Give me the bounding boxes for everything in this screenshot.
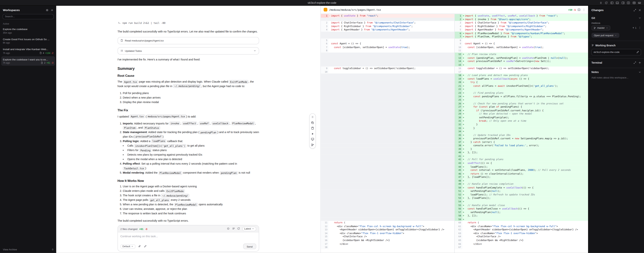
line-number: 35	[454, 133, 462, 137]
pause-icon[interactable]	[599, 1, 602, 4]
changes-list-icon[interactable]	[232, 227, 235, 230]
notes-placeholder[interactable]: Add notes about this workspace...	[592, 76, 641, 79]
diff-marker: +	[462, 119, 465, 123]
drag-handle-icon[interactable]	[311, 116, 314, 119]
refresh-icon[interactable]	[604, 1, 608, 4]
notes-collapse-icon[interactable]	[638, 70, 641, 74]
branch-selector[interactable]: master	[592, 25, 610, 30]
text-span: Detect when a new plan arrives	[123, 96, 160, 99]
message-input-box[interactable]: Default Send	[118, 232, 259, 251]
chevron-down-icon	[614, 34, 617, 36]
diff-line: 34+	[454, 130, 588, 133]
diff-line: 27+ for (const plan of pendingPlans) {	[454, 105, 588, 109]
run-icon[interactable]	[311, 132, 314, 135]
workspace-item-title: Explore the codebase	[3, 28, 53, 30]
tool-call-chip[interactable]: Updated Todos	[118, 47, 259, 54]
code-text	[465, 218, 588, 221]
version-dropdown[interactable]: Latest	[242, 226, 256, 231]
diff-line: 46+ return () => clearInterval(interval)…	[454, 172, 588, 176]
chat-transcript[interactable]: npm run build 2>&1 | tail -80The build c…	[118, 6, 259, 225]
copy-icon[interactable]	[311, 121, 314, 124]
code-text: setPendingPlan(null);	[465, 189, 588, 193]
inline-code: pendingPlan	[199, 130, 218, 134]
more-options-icon[interactable]	[582, 8, 585, 11]
settings-icon[interactable]	[46, 9, 49, 12]
text-span: State management	[123, 131, 147, 134]
search-input[interactable]	[2, 14, 54, 19]
line-number: 55	[454, 204, 462, 207]
edit-message-icon[interactable]	[144, 245, 147, 248]
open-pr-button[interactable]: Open pull request	[592, 33, 620, 38]
close-panel-icon[interactable]	[638, 9, 641, 12]
line-number: 6	[454, 32, 462, 35]
files-changed-bar[interactable]: 2 files changed +61 -3 Latest	[118, 226, 259, 232]
tool-call-chip[interactable]: Read medusa/src/pages/Agent.tsx	[118, 37, 259, 44]
line-number: 20	[454, 81, 462, 84]
workspace-item[interactable]: Explore the codebase I want you to ex...…	[1, 56, 55, 66]
expand-panel-icon[interactable]	[633, 9, 636, 12]
diff-marker: +	[462, 182, 465, 186]
diff-line: 51+ setPendingPlan(null);	[454, 189, 588, 193]
line-number: 52	[454, 193, 462, 196]
line-number: 1	[454, 14, 462, 18]
workspace-item[interactable]: Explore the codebase35m ago	[1, 26, 55, 35]
diff-body[interactable]: 1-import { useState } from "react";2 imp…	[321, 14, 588, 253]
diff-line: 66 </div>	[454, 242, 588, 246]
git-collapse-icon[interactable]	[638, 16, 641, 19]
edit-branch-icon[interactable]	[636, 50, 639, 54]
working-branch-icon	[592, 44, 594, 46]
model-dropdown[interactable]: Default	[120, 244, 136, 248]
refresh-changes-icon[interactable]	[237, 227, 240, 230]
terminal-new-icon[interactable]	[638, 61, 641, 64]
text-span: page was missing all plan detection and …	[138, 80, 229, 83]
view-archive-link[interactable]: View Archive	[3, 248, 17, 251]
clipboard-icon[interactable]	[311, 126, 314, 130]
message-input[interactable]	[120, 235, 256, 241]
diff-marker: +	[462, 77, 465, 81]
line-number: 18	[321, 246, 328, 249]
keyboard-icon[interactable]	[638, 1, 641, 4]
diff-file-path: /medusa/medusa/src/pages/Agent.tsx	[329, 8, 381, 11]
panel-bottom-icon[interactable]	[616, 1, 619, 4]
line-number: 51	[454, 189, 462, 193]
line-number: 2	[454, 18, 462, 21]
workspace-item[interactable]: Install and integrate Vibe Kanban Web...…	[1, 46, 55, 55]
floating-toolbar	[309, 113, 316, 148]
text-span: every 2 seconds	[170, 198, 190, 201]
terminal-expand-icon[interactable]	[633, 61, 636, 64]
split-view-icon[interactable]	[578, 8, 580, 11]
inline-code: get_all_plans	[149, 198, 170, 202]
preview-icon[interactable]	[311, 138, 314, 141]
line-number: 61	[454, 224, 462, 228]
diff-marker	[462, 42, 465, 46]
split-columns-icon[interactable]	[627, 1, 630, 4]
git-branch-icon[interactable]	[311, 143, 314, 146]
review-changes-icon[interactable]	[227, 227, 230, 230]
line-number: 43	[454, 162, 462, 165]
panel-left-icon[interactable]	[610, 1, 614, 4]
workspace-item-meta: 7h ago2+61-3	[3, 62, 53, 64]
panel-right-icon[interactable]	[621, 1, 625, 4]
diff-line: 19+ const loadPlans = useCallback(async …	[454, 77, 588, 81]
tool-call-chip[interactable]: npm run build 2>&1 | tail -80	[118, 19, 259, 26]
workspace-item-title: Create Good First Issues on Github So ..…	[3, 38, 53, 40]
diff-line	[321, 158, 454, 162]
working-branch-field[interactable]: vk/3ccf-explore-the-code	[592, 49, 641, 55]
code-text: // Check for new pending plans that were…	[465, 102, 588, 105]
send-button[interactable]: Send	[243, 244, 256, 249]
diff-line: 1-import { useState } from "react";	[321, 14, 454, 18]
git-more-icon[interactable]	[638, 26, 641, 29]
diff-line: 33+ }	[454, 126, 588, 130]
diff-marker: +	[462, 94, 465, 98]
line-number: 9	[321, 67, 328, 70]
line-number: 48	[454, 179, 462, 182]
diff-line	[321, 154, 454, 158]
new-workspace-icon[interactable]	[50, 9, 53, 12]
chat-paragraph: The build completed successfully with no…	[118, 30, 259, 34]
grid-layout-icon[interactable]	[632, 1, 636, 4]
workspace-item[interactable]: Create Good First Issues on Github So ..…	[1, 36, 55, 46]
line-number: 11	[321, 221, 328, 224]
attach-icon[interactable]	[138, 245, 141, 248]
diff-marker: +	[462, 52, 465, 56]
diff-marker: +	[462, 81, 465, 84]
